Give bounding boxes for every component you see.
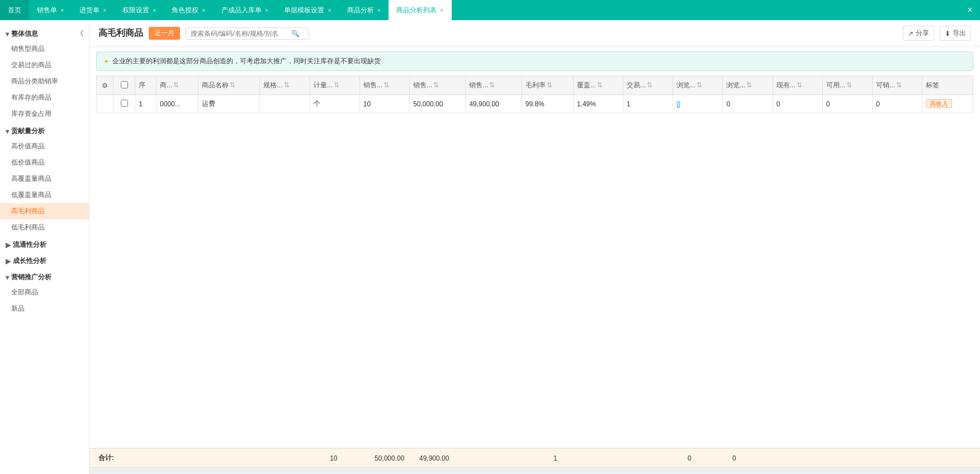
sales-cost-column-header[interactable]: 销售...⇅ [466, 76, 522, 95]
saleable-stock-column-header[interactable]: 可销...⇅ [873, 76, 922, 95]
footer-total: 合计: 10 50,000.00 49,900.00 1 0 0 [89, 448, 980, 467]
sidebar-item-new-goods[interactable]: 新品 [0, 301, 89, 317]
nav-permission-settings[interactable]: 权限设置 × [115, 0, 164, 20]
total-coverage [505, 454, 550, 462]
nav-close-window[interactable]: × [960, 0, 980, 20]
sidebar-item-sales-goods[interactable]: 销售型商品 [0, 41, 89, 57]
sidebar-item-traded-goods[interactable]: 交易过的商品 [0, 57, 89, 73]
tag-cell: 高收入 [922, 95, 973, 113]
export-button[interactable]: ⬇ 导出 [940, 26, 971, 41]
nav-close-analysis[interactable]: × [377, 7, 381, 13]
sidebar-item-low-coverage[interactable]: 低覆盖量商品 [0, 187, 89, 203]
sidebar-item-in-stock-goods[interactable]: 有库存的商品 [0, 90, 89, 106]
nav-close-template[interactable]: × [328, 7, 331, 13]
search-input[interactable] [191, 30, 291, 37]
browse1-column-header[interactable]: 浏览...⇅ [673, 76, 723, 95]
total-sales-cost: 49,900.00 [416, 454, 461, 462]
total-sales-amount: 50,000.00 [371, 454, 416, 462]
nav-close-sales-order[interactable]: × [60, 7, 64, 13]
available-stock-column-header[interactable]: 可用...⇅ [822, 76, 872, 95]
sidebar: ▾ 整体信息 《 销售型商品 交易过的商品 商品分类助销率 有库存的商品 库存资… [0, 20, 89, 474]
nav-product-warehouse[interactable]: 产成品入库单 × [214, 0, 276, 20]
row-checkbox-cell[interactable] [113, 95, 135, 113]
total-browse2 [640, 454, 684, 462]
total-empty-2 [142, 454, 159, 462]
nav-close-analysis-list[interactable]: × [440, 7, 443, 13]
arrow-growth-icon: ▶ [6, 257, 11, 265]
nav-home[interactable]: 首页 [0, 0, 29, 20]
sidebar-item-high-value[interactable]: 高价值商品 [0, 138, 89, 154]
sidebar-item-stock-capital[interactable]: 库存资金占用 [0, 106, 89, 122]
search-icon[interactable]: 🔍 [291, 30, 300, 37]
row-checkbox[interactable] [121, 100, 128, 107]
nav-sales-order[interactable]: 销售单 × [29, 0, 72, 20]
name-column-header[interactable]: 商品名称⇅ [198, 76, 260, 95]
select-all-checkbox[interactable] [121, 81, 128, 88]
horizontal-scrollbar[interactable] [89, 467, 980, 474]
nav-close-role[interactable]: × [202, 7, 205, 13]
nav-role-auth[interactable]: 角色授权 × [164, 0, 213, 20]
total-empty-5 [209, 454, 265, 462]
saleable-stock-cell: 0 [873, 95, 922, 113]
nav-product-analysis[interactable]: 商品分析 × [339, 0, 389, 20]
spec-cell [260, 95, 310, 113]
arrow-overall-icon: ▾ [6, 30, 9, 38]
sidebar-group-marketing[interactable]: ▾ 营销推广分析 [0, 268, 89, 284]
content-area: 高毛利商品 近一月 🔍 ↗ 分享 ⬇ 导出 ✦ 企业的主要的利润都是这部分商品创… [89, 20, 980, 474]
share-icon: ↗ [908, 30, 913, 37]
table-row: 1 0000... 运费 个 10 50,000.00 49,900.00 99… [97, 95, 973, 113]
sales-amount-column-header[interactable]: 销售...⇅ [410, 76, 466, 95]
coverage-column-header[interactable]: 覆盖...⇅ [573, 76, 623, 95]
main-layout: ▾ 整体信息 《 销售型商品 交易过的商品 商品分类助销率 有库存的商品 库存资… [0, 20, 980, 474]
sidebar-item-low-value[interactable]: 低价值商品 [0, 154, 89, 171]
tag-column-header: 标签 [922, 76, 973, 95]
total-empty-1 [125, 454, 142, 462]
gross-margin-column-header[interactable]: 毛利率⇅ [522, 76, 573, 95]
sidebar-item-category-rate[interactable]: 商品分类助销率 [0, 73, 89, 90]
nav-purchase-order[interactable]: 进货单 × [72, 0, 114, 20]
nav-template-settings[interactable]: 单据模板设置 × [276, 0, 339, 20]
trade-column-header[interactable]: 交易...⇅ [623, 76, 673, 95]
total-empty-7 [299, 454, 326, 462]
total-current-stock: 0 [684, 454, 729, 462]
sidebar-group-overall[interactable]: ▾ 整体信息 《 [0, 25, 89, 41]
share-button[interactable]: ↗ 分享 [903, 26, 934, 41]
nav-close-warehouse[interactable]: × [265, 7, 268, 13]
sales-amount-cell: 50,000.00 [410, 95, 466, 113]
sidebar-group-growth[interactable]: ▶ 成长性分析 [0, 252, 89, 268]
sidebar-item-low-margin[interactable]: 低毛利商品 [0, 219, 89, 236]
available-stock-cell: 0 [822, 95, 872, 113]
page-title: 高毛利商品 [98, 27, 143, 39]
gear-column-header[interactable]: ⚙ [97, 76, 113, 95]
total-available-stock: 0 [729, 454, 774, 462]
coverage-cell: 1.49% [573, 95, 623, 113]
sidebar-group-contribution[interactable]: ▾ 贡献量分析 [0, 122, 89, 138]
unit-column-header[interactable]: 计量...⇅ [310, 76, 359, 95]
data-table: ⚙ 序 商...⇅ 商品名称⇅ 规格...⇅ 计量...⇅ 销售...⇅ 销售.… [96, 76, 973, 113]
nav-close-permission[interactable]: × [153, 7, 156, 13]
total-empty-6 [265, 454, 299, 462]
nav-close-purchase-order[interactable]: × [103, 7, 106, 13]
search-box: 🔍 [186, 27, 309, 40]
sales-qty-cell: 10 [359, 95, 409, 113]
sidebar-item-all-goods[interactable]: 全部商品 [0, 284, 89, 301]
tag-badge: 高收入 [926, 99, 952, 108]
sidebar-item-high-margin[interactable]: 高毛利商品 [0, 203, 89, 219]
sidebar-group-circulation[interactable]: ▶ 流通性分析 [0, 236, 89, 252]
nav-product-analysis-list[interactable]: 商品分析列表 × [389, 0, 451, 20]
total-trade: 1 [550, 454, 595, 462]
sidebar-collapse-icon[interactable]: 《 [77, 29, 83, 39]
spec-column-header[interactable]: 规格...⇅ [260, 76, 310, 95]
total-browse1 [595, 454, 640, 462]
code-column-header[interactable]: 商...⇅ [157, 76, 198, 95]
current-stock-column-header[interactable]: 现有...⇅ [773, 76, 822, 95]
checkbox-column-header[interactable] [113, 76, 135, 95]
export-icon: ⬇ [945, 30, 950, 37]
index-column-header: 序 [135, 76, 157, 95]
arrow-marketing-icon: ▾ [6, 274, 9, 281]
browse1-cell[interactable]: 0 [673, 95, 723, 113]
sidebar-item-high-coverage[interactable]: 高覆盖量商品 [0, 171, 89, 187]
filter-recent-month-button[interactable]: 近一月 [149, 27, 180, 40]
browse2-column-header[interactable]: 浏览...⇅ [723, 76, 773, 95]
sales-qty-column-header[interactable]: 销售...⇅ [359, 76, 409, 95]
